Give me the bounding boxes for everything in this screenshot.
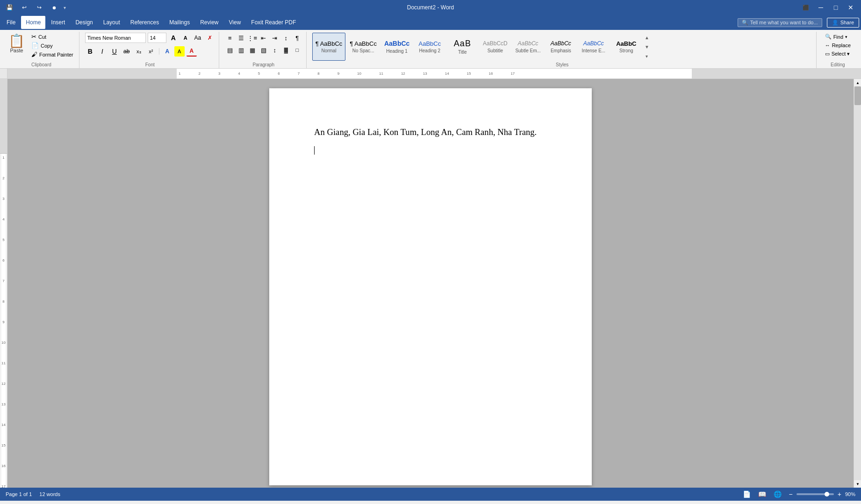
style-subtitle[interactable]: AaBbCcD Subtitle [479, 33, 511, 61]
borders-button[interactable]: □ [292, 45, 302, 55]
ribbon-content: 📋 Paste ✂ Cut 📄 Copy 🖌 Format Painter [4, 32, 857, 68]
align-right-button[interactable]: ▦ [247, 45, 258, 55]
style-normal-preview: ¶ AaBbCc [316, 40, 343, 48]
style-no-spacing-label: No Spac... [352, 48, 374, 53]
show-marks-button[interactable]: ¶ [292, 33, 302, 43]
minimize-button[interactable]: ─ [814, 1, 827, 14]
style-heading2[interactable]: AaBbCc Heading 2 [414, 33, 445, 61]
scroll-thumb[interactable] [854, 86, 861, 105]
main-area: 1234567891011121314151617 An Giang, Gia … [0, 79, 861, 488]
strikethrough-button[interactable]: ab [122, 46, 132, 57]
font-name-input[interactable] [85, 33, 146, 43]
cut-button[interactable]: ✂ Cut [29, 33, 75, 41]
zoom-in-button[interactable]: + [836, 490, 843, 499]
style-heading1[interactable]: AaBbCc Heading 1 [381, 33, 413, 61]
scroll-up-button[interactable]: ▲ [854, 79, 861, 86]
read-mode-button[interactable]: 📖 [756, 490, 768, 499]
style-strong-preview: AaBbC [616, 40, 636, 48]
style-subtle-em[interactable]: AaBbCc Subtle Em... [512, 33, 544, 61]
text-effects-button[interactable]: A [162, 46, 172, 57]
menu-design[interactable]: Design [71, 16, 97, 29]
paste-button[interactable]: 📋 Paste [6, 33, 28, 61]
zoom-slider[interactable] [796, 493, 834, 495]
underline-button[interactable]: U [109, 46, 120, 57]
decrease-indent-button[interactable]: ⇤ [258, 33, 269, 43]
styles-scroll[interactable]: ▲ ▼ ▾ [643, 33, 651, 61]
font-color-button[interactable]: A [187, 46, 197, 57]
menu-mailings[interactable]: Mailings [165, 16, 194, 29]
shading-button[interactable]: ▓ [281, 45, 291, 55]
tell-me-search[interactable]: 🔍 Tell me what you want to do... [738, 18, 822, 27]
bold-button[interactable]: B [85, 46, 95, 57]
auto-save-button[interactable]: ⏺ [49, 2, 60, 13]
grow-font-button[interactable]: A [168, 33, 179, 43]
change-case-button[interactable]: Aa [193, 33, 203, 43]
justify-button[interactable]: ▧ [258, 45, 269, 55]
style-intense-em[interactable]: AaBbCc Intense E... [578, 33, 610, 61]
style-no-spacing[interactable]: ¶ AaBbCc No Spac... [346, 33, 380, 61]
maximize-button[interactable]: □ [829, 1, 842, 14]
align-center-button[interactable]: ▥ [236, 45, 246, 55]
clear-format-button[interactable]: ✗ [205, 33, 215, 43]
menu-insert[interactable]: Insert [46, 16, 70, 29]
line-spacing-button[interactable]: ↕ [270, 45, 280, 55]
document-text[interactable]: An Giang, Gia Lai, Kon Tum, Long An, Cam… [314, 126, 547, 139]
style-intense-em-label: Intense E... [582, 48, 606, 53]
document-area[interactable]: An Giang, Gia Lai, Kon Tum, Long An, Cam… [7, 79, 854, 488]
web-layout-button[interactable]: 🌐 [772, 490, 783, 499]
print-layout-button[interactable]: 📄 [741, 490, 753, 499]
format-painter-button[interactable]: 🖌 Format Painter [29, 50, 75, 58]
ruler-corner [0, 69, 7, 78]
restore-ribbon-button[interactable]: ⬛ [799, 1, 812, 14]
menu-home[interactable]: Home [21, 16, 45, 29]
redo-button[interactable]: ↪ [34, 2, 45, 13]
status-bar: Page 1 of 1 12 words 📄 📖 🌐 − + 90% [0, 488, 861, 501]
scroll-down-icon: ▼ [645, 44, 649, 50]
scroll-track[interactable] [854, 86, 861, 480]
document-content[interactable]: An Giang, Gia Lai, Kon Tum, Long An, Cam… [314, 126, 547, 155]
style-normal[interactable]: ¶ AaBbCc Normal [312, 33, 346, 61]
status-left: Page 1 of 1 12 words [6, 491, 60, 497]
increase-indent-button[interactable]: ⇥ [270, 33, 280, 43]
bullets-button[interactable]: ≡ [225, 33, 235, 43]
numbering-button[interactable]: ☰ [236, 33, 246, 43]
styles-gallery: ¶ AaBbCc Normal ¶ AaBbCc No Spac... AaBb… [312, 33, 642, 61]
menu-review[interactable]: Review [195, 16, 223, 29]
copy-button[interactable]: 📄 Copy [29, 42, 75, 50]
paste-label: Paste [10, 48, 23, 53]
replace-button[interactable]: ↔ Replace [822, 42, 854, 49]
style-emphasis[interactable]: AaBbCc Emphasis [545, 33, 577, 61]
share-button[interactable]: 👤 Share [827, 18, 859, 28]
menu-file[interactable]: File [2, 16, 20, 29]
italic-button[interactable]: I [97, 46, 108, 57]
font-size-input[interactable] [148, 33, 166, 43]
font-row1: A A Aa ✗ [85, 33, 215, 43]
close-button[interactable]: ✕ [844, 1, 857, 14]
style-strong[interactable]: AaBbC Strong [610, 33, 642, 61]
undo-button[interactable]: ↩ [19, 2, 30, 13]
find-button[interactable]: 🔍 Find ▾ [822, 33, 850, 41]
menu-bar: File Home Insert Design Layout Reference… [0, 15, 861, 30]
superscript-button[interactable]: x² [146, 46, 156, 57]
text-highlight-button[interactable]: A [174, 46, 185, 57]
zoom-thumb[interactable] [825, 492, 829, 497]
left-ruler-top-margin [0, 79, 7, 154]
auto-save-label: ▾ [64, 5, 66, 10]
style-subtle-em-preview: AaBbCc [518, 40, 538, 47]
save-button[interactable]: 💾 [4, 2, 15, 13]
scroll-down-button[interactable]: ▼ [854, 480, 861, 488]
style-title[interactable]: AaB Title [446, 33, 478, 61]
subscript-button[interactable]: x₂ [134, 46, 144, 57]
font-label: Font [81, 61, 219, 67]
sort-button[interactable]: ↕ [281, 33, 291, 43]
align-left-button[interactable]: ▤ [225, 45, 235, 55]
left-ruler: 1234567891011121314151617 [0, 79, 7, 488]
select-button[interactable]: ▭ Select ▾ [822, 50, 853, 58]
multilevel-button[interactable]: ⋮≡ [247, 33, 258, 43]
zoom-out-button[interactable]: − [787, 490, 795, 499]
menu-view[interactable]: View [224, 16, 246, 29]
menu-references[interactable]: References [126, 16, 164, 29]
menu-foxit[interactable]: Foxit Reader PDF [246, 16, 301, 29]
menu-layout[interactable]: Layout [99, 16, 125, 29]
shrink-font-button[interactable]: A [180, 33, 191, 43]
